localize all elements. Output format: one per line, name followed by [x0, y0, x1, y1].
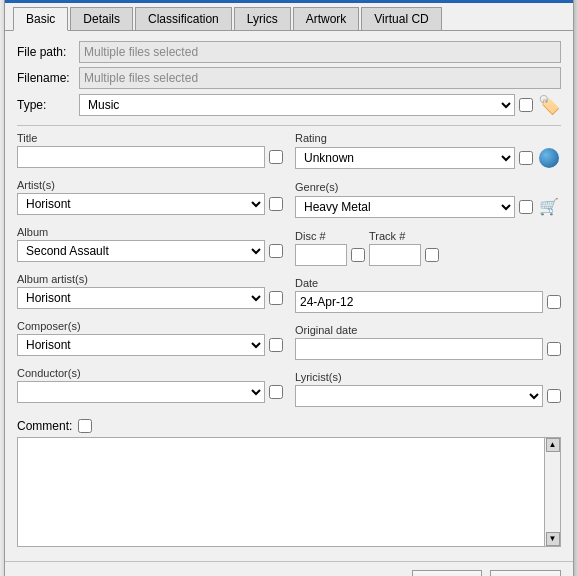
lyricist-combo-row	[295, 385, 561, 407]
album-select[interactable]: Second Assault	[17, 240, 265, 262]
genre-checkbox[interactable]	[519, 200, 533, 214]
album-checkbox[interactable]	[269, 244, 283, 258]
genre-combo-row: Heavy Metal 🛒	[295, 195, 561, 219]
type-checkbox[interactable]	[519, 98, 533, 112]
filename-row: Filename:	[17, 67, 561, 89]
album-label: Album	[17, 226, 283, 238]
filename-input[interactable]	[79, 67, 561, 89]
scrollbar: ▲ ▼	[544, 438, 560, 546]
rating-combo-row: Unknown	[295, 146, 561, 170]
type-select[interactable]: Music	[79, 94, 515, 116]
conductor-label: Conductor(s)	[17, 367, 283, 379]
comment-textarea[interactable]	[18, 438, 544, 546]
ok-button[interactable]: OK	[412, 570, 482, 577]
original-date-checkbox[interactable]	[547, 342, 561, 356]
date-input[interactable]	[295, 291, 543, 313]
original-date-label: Original date	[295, 324, 561, 336]
rating-label: Rating	[295, 132, 561, 144]
title-combo-row	[17, 146, 283, 168]
artist-combo-row: Horisont	[17, 193, 283, 215]
album-field-row: Album Second Assault	[17, 226, 283, 262]
filename-label: Filename:	[17, 71, 75, 85]
title-field-row: Title	[17, 132, 283, 168]
lyricist-label: Lyricist(s)	[295, 371, 561, 383]
comment-label: Comment:	[17, 419, 72, 433]
comment-header: Comment:	[17, 419, 561, 433]
comment-area: ▲ ▼	[17, 437, 561, 547]
composer-label: Composer(s)	[17, 320, 283, 332]
tab-virtual-cd[interactable]: Virtual CD	[361, 7, 441, 30]
type-label: Type:	[17, 98, 75, 112]
disc-input[interactable]	[295, 244, 347, 266]
rating-globe-button[interactable]	[537, 146, 561, 170]
tag-icon: 🏷️	[538, 94, 560, 116]
disc-label: Disc #	[295, 230, 347, 242]
conductor-combo-row	[17, 381, 283, 403]
disc-checkbox[interactable]	[351, 248, 365, 262]
artist-select[interactable]: Horisont	[17, 193, 265, 215]
dialog-buttons: OK Cancel	[5, 561, 573, 577]
comment-section: Comment: ▲ ▼	[17, 419, 561, 547]
track-checkbox[interactable]	[425, 248, 439, 262]
original-date-input[interactable]	[295, 338, 543, 360]
edit-properties-dialog: Edit Properties for multiple files ✕ Bas…	[4, 0, 574, 576]
right-column: Rating Unknown Genre(s)	[295, 132, 561, 413]
file-path-row: File path: document.querySelector('[data…	[17, 41, 561, 63]
scroll-down-arrow[interactable]: ▼	[546, 532, 560, 546]
title-checkbox[interactable]	[269, 150, 283, 164]
tab-basic[interactable]: Basic	[13, 7, 68, 31]
composer-checkbox[interactable]	[269, 338, 283, 352]
composer-combo-row: Horisont	[17, 334, 283, 356]
type-icon-button[interactable]: 🏷️	[537, 93, 561, 117]
genre-field-row: Genre(s) Heavy Metal 🛒	[295, 181, 561, 219]
date-field-row: Date	[295, 277, 561, 313]
album-artist-field-row: Album artist(s) Horisont	[17, 273, 283, 309]
conductor-field-row: Conductor(s)	[17, 367, 283, 403]
conductor-checkbox[interactable]	[269, 385, 283, 399]
genre-label: Genre(s)	[295, 181, 561, 193]
tab-lyrics[interactable]: Lyrics	[234, 7, 291, 30]
rating-checkbox[interactable]	[519, 151, 533, 165]
file-path-label: File path:	[17, 45, 75, 59]
tab-details[interactable]: Details	[70, 7, 133, 30]
album-artist-label: Album artist(s)	[17, 273, 283, 285]
content-area: File path: document.querySelector('[data…	[5, 31, 573, 557]
main-fields: Title Artist(s) Horisont	[17, 132, 561, 413]
comment-checkbox[interactable]	[78, 419, 92, 433]
cart-icon: 🛒	[539, 197, 559, 216]
tab-bar: Basic Details Classification Lyrics Artw…	[5, 3, 573, 31]
file-path-input[interactable]	[79, 41, 561, 63]
disc-track-inputs	[295, 244, 561, 266]
track-label: Track #	[369, 230, 405, 242]
artist-checkbox[interactable]	[269, 197, 283, 211]
lyricist-select[interactable]	[295, 385, 543, 407]
composer-select[interactable]: Horisont	[17, 334, 265, 356]
disc-track-field-row: Disc # Track #	[295, 230, 561, 266]
genre-select[interactable]: Heavy Metal	[295, 196, 515, 218]
left-column: Title Artist(s) Horisont	[17, 132, 283, 413]
tab-artwork[interactable]: Artwork	[293, 7, 360, 30]
cancel-button[interactable]: Cancel	[490, 570, 561, 577]
genre-cart-button[interactable]: 🛒	[537, 195, 561, 219]
title-input[interactable]	[17, 146, 265, 168]
scroll-up-arrow[interactable]: ▲	[546, 438, 560, 452]
artist-label: Artist(s)	[17, 179, 283, 191]
date-checkbox[interactable]	[547, 295, 561, 309]
artist-field-row: Artist(s) Horisont	[17, 179, 283, 215]
composer-field-row: Composer(s) Horisont	[17, 320, 283, 356]
original-date-field-row: Original date	[295, 324, 561, 360]
type-row: Type: Music 🏷️	[17, 93, 561, 117]
globe-icon	[539, 148, 559, 168]
lyricist-field-row: Lyricist(s)	[295, 371, 561, 407]
rating-select[interactable]: Unknown	[295, 147, 515, 169]
conductor-select[interactable]	[17, 381, 265, 403]
album-combo-row: Second Assault	[17, 240, 283, 262]
lyricist-checkbox[interactable]	[547, 389, 561, 403]
tab-classification[interactable]: Classification	[135, 7, 232, 30]
album-artist-checkbox[interactable]	[269, 291, 283, 305]
album-artist-combo-row: Horisont	[17, 287, 283, 309]
original-date-combo-row	[295, 338, 561, 360]
track-input[interactable]	[369, 244, 421, 266]
album-artist-select[interactable]: Horisont	[17, 287, 265, 309]
date-combo-row	[295, 291, 561, 313]
